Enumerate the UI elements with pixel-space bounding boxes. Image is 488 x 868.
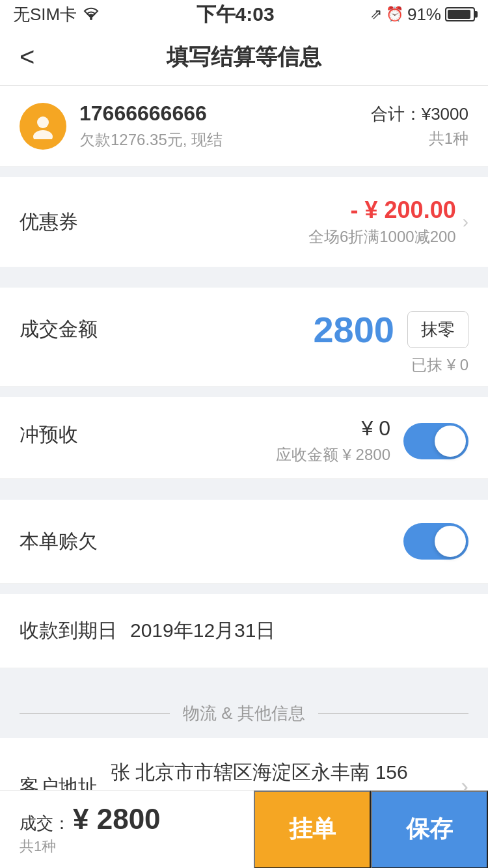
carrier-text: 无SIM卡 <box>13 3 77 26</box>
bottom-deal-label: 成交： <box>20 812 70 835</box>
avatar <box>20 103 66 150</box>
coupon-desc: 全场6折满1000减200 <box>308 226 456 247</box>
debit-label: 本单赊欠 <box>20 528 98 555</box>
section-divider-3 <box>0 679 488 689</box>
bottom-bar: 成交： ¥ 2800 共1种 挂单 保存 <box>0 790 488 868</box>
prepayment-row: 冲预收 ¥ 0 应收金额 ¥ 2800 <box>0 397 488 479</box>
nav-bar: < 填写结算等信息 <box>0 29 488 86</box>
customer-phone: 17666666666 <box>79 102 223 126</box>
back-button[interactable]: < <box>20 42 47 72</box>
coupon-right-text: - ¥ 200.00 全场6折满1000减200 <box>308 197 456 247</box>
toggle-knob <box>435 426 466 457</box>
header-line-left <box>20 713 170 714</box>
prepayment-sub-text: 应收金额 ¥ 2800 <box>276 444 390 465</box>
debit-row: 本单赊欠 <box>0 500 488 584</box>
page-title: 填写结算等信息 <box>167 42 321 72</box>
save-button[interactable]: 保存 <box>371 791 488 869</box>
due-date-label: 收款到期日 <box>20 617 117 644</box>
eraze-sub-text: 已抹 ¥ 0 <box>411 355 468 375</box>
bottom-summary: 成交： ¥ 2800 共1种 <box>0 803 254 856</box>
battery-percent: 91% <box>407 5 441 25</box>
coupon-right: - ¥ 200.00 全场6折满1000减200 › <box>308 197 468 247</box>
total-count: 共1种 <box>371 128 468 149</box>
wifi-icon <box>82 5 100 25</box>
prepayment-amount: ¥ 0 <box>276 416 390 441</box>
battery-icon <box>445 7 475 21</box>
status-left: 无SIM卡 <box>13 3 100 26</box>
content-area: 17666666666 欠款1276.35元, 现结 合计：¥3000 共1种 … <box>0 86 488 868</box>
coupon-label: 优惠券 <box>20 209 78 236</box>
svg-point-1 <box>37 116 49 128</box>
due-date-value: 2019年12月31日 <box>130 617 275 644</box>
coupon-row[interactable]: 优惠券 - ¥ 200.00 全场6折满1000减200 › <box>0 177 488 267</box>
alarm-icon: ⏰ <box>386 6 403 23</box>
customer-left: 17666666666 欠款1276.35元, 现结 <box>20 102 223 150</box>
status-bar: 无SIM卡 下午4:03 ⇗ ⏰ 91% <box>0 0 488 29</box>
customer-details: 17666666666 欠款1276.35元, 现结 <box>79 102 223 150</box>
deal-amount-right: 2800 抹零 <box>313 308 468 351</box>
total-label: 合计：¥3000 <box>371 103 468 126</box>
svg-point-2 <box>33 130 53 139</box>
deal-amount-value: 2800 <box>313 308 394 351</box>
bottom-count: 共1种 <box>20 837 234 856</box>
prepayment-label: 冲预收 <box>20 416 78 448</box>
section-divider-1 <box>0 277 488 288</box>
debit-toggle[interactable] <box>403 523 468 560</box>
hold-button[interactable]: 挂单 <box>254 791 371 869</box>
bottom-deal-amount: ¥ 2800 <box>73 803 161 835</box>
coupon-section[interactable]: 优惠券 - ¥ 200.00 全场6折满1000减200 › <box>0 177 488 267</box>
debit-toggle-knob <box>435 526 466 557</box>
section-divider-2 <box>0 489 488 500</box>
deal-amount-label: 成交金额 <box>20 308 98 343</box>
eraze-button[interactable]: 抹零 <box>407 311 468 348</box>
status-right: ⇗ ⏰ 91% <box>370 5 475 25</box>
deal-amount-row: 成交金额 2800 抹零 已抹 ¥ 0 <box>0 288 488 387</box>
coupon-amount: - ¥ 200.00 <box>308 197 456 224</box>
prepayment-toggle[interactable] <box>403 423 468 459</box>
header-line-right <box>318 713 468 714</box>
customer-debt: 欠款1276.35元, 现结 <box>79 129 223 150</box>
logistics-section-header: 物流 & 其他信息 <box>0 689 488 738</box>
customer-total: 合计：¥3000 共1种 <box>371 103 468 149</box>
svg-point-0 <box>90 18 92 20</box>
coupon-chevron-icon: › <box>463 211 468 232</box>
status-time: 下午4:03 <box>197 1 275 28</box>
customer-info-row: 17666666666 欠款1276.35元, 现结 合计：¥3000 共1种 <box>0 86 488 167</box>
logistics-header-text: 物流 & 其他信息 <box>183 702 305 725</box>
due-date-content: 收款到期日 2019年12月31日 <box>20 617 275 644</box>
due-date-row: 收款到期日 2019年12月31日 <box>0 594 488 668</box>
location-icon: ⇗ <box>370 6 382 23</box>
